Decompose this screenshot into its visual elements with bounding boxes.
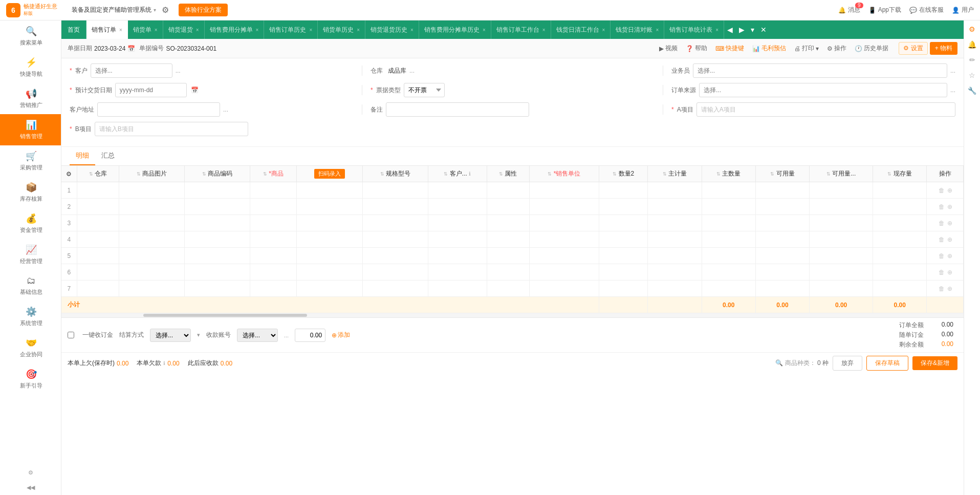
close-icon[interactable]: × bbox=[656, 27, 659, 33]
right-panel-star-btn[interactable]: ☆ bbox=[966, 69, 979, 82]
tab-summary[interactable]: 汇总 bbox=[95, 147, 121, 165]
sidebar-settings-btn[interactable]: ⚙ bbox=[0, 465, 61, 480]
invoice-type-select[interactable]: 不开票 bbox=[404, 83, 445, 97]
tab-order-history[interactable]: 销售订单历史 × bbox=[264, 20, 318, 39]
help-btn[interactable]: ❓ 帮助 bbox=[684, 43, 709, 54]
right-panel-setting-btn[interactable]: ⚙ bbox=[966, 23, 979, 36]
copy-icon[interactable]: ⊕ bbox=[947, 269, 952, 276]
tab-return-history[interactable]: 销货退货历史 × bbox=[365, 20, 419, 39]
receipt-account-select[interactable]: 选择... bbox=[237, 329, 278, 342]
order-source-more-btn[interactable]: ... bbox=[950, 87, 955, 94]
close-icon[interactable]: × bbox=[256, 27, 259, 33]
sidebar-item-marketing[interactable]: 📢 营销推广 bbox=[0, 83, 61, 114]
close-icon[interactable]: × bbox=[602, 27, 605, 33]
customer-more-btn[interactable]: ... bbox=[176, 67, 181, 74]
settings-icon-btn[interactable]: ⚙ bbox=[158, 3, 172, 17]
discard-button[interactable]: 放弃 bbox=[833, 356, 862, 371]
settlement-method-select[interactable]: 选择... bbox=[150, 329, 191, 342]
close-icon[interactable]: × bbox=[155, 27, 158, 33]
user-avatar[interactable]: 👤 用户 bbox=[952, 6, 974, 14]
operate-btn[interactable]: ⚙ 操作 bbox=[825, 43, 848, 54]
online-service-btn[interactable]: 💬 在线客服 bbox=[909, 6, 944, 14]
close-icon[interactable]: × bbox=[309, 27, 312, 33]
print-btn[interactable]: 🖨 打印 ▾ bbox=[792, 43, 821, 54]
sidebar-item-basic-info[interactable]: 🗂 基础信息 bbox=[0, 270, 61, 301]
receipt-more-btn[interactable]: ... bbox=[284, 332, 289, 338]
sidebar-item-enterprise[interactable]: 🤝 企业协同 bbox=[0, 332, 61, 363]
tab-invoice-history[interactable]: 销货单历史 × bbox=[318, 20, 365, 39]
tab-sales-fee[interactable]: 销售费用分摊单 × bbox=[205, 20, 265, 39]
address-more-btn[interactable]: ... bbox=[223, 106, 228, 113]
tab-sales-return[interactable]: 销货退货 × bbox=[163, 20, 205, 39]
close-icon[interactable]: × bbox=[196, 27, 199, 33]
copy-icon[interactable]: ⊕ bbox=[947, 220, 952, 227]
tab-home[interactable]: 首页 bbox=[61, 20, 86, 39]
copy-icon[interactable]: ⊕ bbox=[947, 203, 952, 210]
tab-next-btn[interactable]: ▶ bbox=[736, 20, 748, 39]
settings-col-icon[interactable]: ⚙ bbox=[66, 170, 72, 178]
profit-btn[interactable]: 📊 毛利预估 bbox=[750, 43, 788, 54]
one-click-checkbox[interactable] bbox=[68, 332, 74, 338]
b-project-input[interactable] bbox=[95, 122, 248, 136]
address-input[interactable] bbox=[97, 102, 220, 117]
add-goods-btn[interactable]: + 物料 bbox=[930, 42, 957, 55]
delete-icon[interactable]: 🗑 bbox=[939, 220, 945, 227]
close-icon[interactable]: × bbox=[715, 27, 718, 33]
tab-close-all-btn[interactable]: ✕ bbox=[757, 20, 770, 39]
sidebar-item-inventory[interactable]: 📦 库存核算 bbox=[0, 177, 61, 208]
copy-icon[interactable]: ⊕ bbox=[947, 252, 952, 260]
close-icon[interactable]: × bbox=[410, 27, 413, 33]
copy-icon[interactable]: ⊕ bbox=[947, 236, 952, 243]
save-draft-button[interactable]: 保存草稿 bbox=[866, 356, 908, 371]
salesperson-more-btn[interactable]: ... bbox=[950, 67, 955, 74]
a-project-input[interactable] bbox=[696, 102, 955, 117]
tab-daily-reconcile[interactable]: 钱货日清对账 × bbox=[611, 20, 664, 39]
sidebar-item-quick-nav[interactable]: ⚡ 快捷导航 bbox=[0, 52, 61, 83]
delete-icon[interactable]: 🗑 bbox=[939, 236, 945, 243]
tab-prev-btn[interactable]: ◀ bbox=[724, 20, 736, 39]
right-panel-tool-btn[interactable]: 🔧 bbox=[966, 84, 979, 97]
scan-input-btn[interactable]: 扫码录入 bbox=[314, 169, 345, 179]
sidebar-item-purchase[interactable]: 🛒 采购管理 bbox=[0, 145, 61, 177]
tab-fee-history[interactable]: 销售费用分摊单历史 × bbox=[419, 20, 491, 39]
delivery-date-input[interactable] bbox=[115, 83, 187, 97]
delete-icon[interactable]: 🗑 bbox=[939, 269, 945, 276]
calendar2-icon[interactable]: 📅 bbox=[191, 87, 199, 94]
delete-icon[interactable]: 🗑 bbox=[939, 187, 945, 194]
tab-detail[interactable]: 明细 bbox=[70, 147, 95, 165]
right-panel-edit-btn[interactable]: ✏ bbox=[966, 53, 979, 67]
industry-button[interactable]: 体验行业方案 bbox=[179, 4, 228, 16]
notification-btn[interactable]: 🔔 消息 9 bbox=[838, 6, 860, 14]
setting-btn[interactable]: ⚙ 设置 bbox=[899, 42, 927, 55]
copy-icon[interactable]: ⊕ bbox=[947, 187, 952, 194]
sidebar-collapse-btn[interactable]: ◀◀ bbox=[0, 480, 61, 495]
close-icon[interactable]: × bbox=[542, 27, 546, 33]
right-panel-bell-btn[interactable]: 🔔 bbox=[966, 38, 979, 51]
salesperson-input[interactable] bbox=[693, 63, 947, 78]
sidebar-item-guide[interactable]: 🎯 新手引导 bbox=[0, 363, 61, 395]
app-download-btn[interactable]: 📱 App下载 bbox=[868, 6, 901, 14]
delete-icon[interactable]: 🗑 bbox=[939, 285, 945, 292]
shortcut-btn[interactable]: ⌨ 快捷键 bbox=[713, 43, 746, 54]
remark-input[interactable] bbox=[386, 102, 529, 117]
sidebar-item-finance[interactable]: 💰 资金管理 bbox=[0, 208, 61, 239]
delete-icon[interactable]: 🗑 bbox=[939, 252, 945, 260]
add-payment-btn[interactable]: ⊕ 添加 bbox=[332, 331, 350, 339]
tab-daily-workbench[interactable]: 钱货日清工作台 × bbox=[551, 20, 611, 39]
settlement-more-btn[interactable]: ▾ bbox=[197, 332, 200, 338]
calendar-icon[interactable]: 📅 bbox=[127, 45, 135, 52]
sidebar-item-sales[interactable]: 📊 销售管理 bbox=[0, 114, 61, 145]
sidebar-item-management[interactable]: 📈 经营管理 bbox=[0, 239, 61, 270]
delete-icon[interactable]: 🗑 bbox=[939, 203, 945, 210]
warehouse-more-btn[interactable]: ... bbox=[409, 67, 415, 74]
order-source-input[interactable] bbox=[699, 83, 947, 97]
tab-sales-order[interactable]: 销售订单 × bbox=[86, 20, 128, 39]
save-new-button[interactable]: 保存&新增 bbox=[912, 356, 957, 370]
close-icon[interactable]: × bbox=[357, 27, 360, 33]
scrollbar-thumb[interactable] bbox=[143, 314, 307, 317]
chevron-down-icon[interactable]: ▾ bbox=[154, 7, 156, 13]
close-icon[interactable]: × bbox=[119, 27, 122, 33]
tab-order-workbench[interactable]: 销售订单工作台 × bbox=[491, 20, 551, 39]
sidebar-item-search[interactable]: 🔍 搜索菜单 bbox=[0, 20, 61, 52]
view-btn[interactable]: ▶ 视频 bbox=[657, 43, 680, 54]
